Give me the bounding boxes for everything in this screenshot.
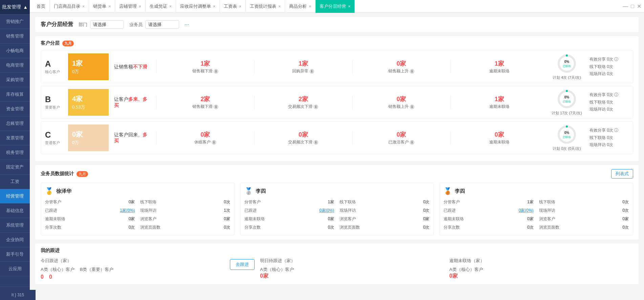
sidebar-item-发票管理[interactable]: 发票管理 [0, 131, 30, 145]
sidebar-item-小畅电商[interactable]: 小畅电商 [0, 44, 30, 58]
window-minimize-icon[interactable]: — [623, 3, 628, 9]
info-icon[interactable]: ℹ [410, 69, 414, 74]
dept-select[interactable]: 请选择 [90, 20, 124, 29]
tab-客户分层经营[interactable]: 客户分层经营× [316, 0, 355, 13]
sidebar-item-云应用[interactable]: 云应用 [0, 262, 30, 276]
sidebar-item-资金管理[interactable]: 资金管理 [0, 102, 30, 116]
tab-首页[interactable]: 首页 [33, 0, 50, 13]
staff-medal: 🥉 [444, 187, 452, 195]
overdue-a-value: 0家 [449, 273, 633, 280]
info-icon[interactable]: ℹ [212, 140, 216, 145]
tab-门店商品目录[interactable]: 门店商品目录× [50, 0, 89, 13]
tier-slogan: 让客户多来、多买 [109, 96, 156, 109]
tab-close-icon[interactable]: × [108, 4, 111, 9]
staff-stat-value[interactable]: 1家(0%) [120, 208, 135, 213]
tab-工资表[interactable]: 工资表× [220, 0, 246, 13]
sidebar-expand-icon[interactable]: ▲ [23, 4, 28, 10]
staff-stat-value: 0次 [423, 199, 430, 205]
bottom-status: It } 315 [0, 290, 36, 300]
sidebar-logo-text: 批发管理 [2, 4, 21, 10]
sidebar-item-工资[interactable]: 工资 [0, 175, 30, 189]
sidebar-item-系统管理[interactable]: 系统管理 [0, 218, 30, 233]
sidebar-item-库存核算[interactable]: 库存核算 [0, 87, 30, 102]
staff-stat-value: 0家 [129, 216, 135, 222]
slogan-highlight: 不下滑 [133, 64, 147, 69]
sidebar-item-税务管理[interactable]: 税务管理 [0, 145, 30, 160]
tier-stat-3[interactable]: 1家 逾期未联络 [451, 57, 549, 77]
sidebar-item-基础信息[interactable]: 基础信息 [0, 204, 30, 218]
sidebar-item-营销推广[interactable]: 营销推广 [0, 15, 30, 29]
right-stat-item: 现场拜访 0次 [589, 141, 629, 149]
staff-stat-row: 浏览客户 0家 [539, 215, 629, 223]
sidebar-item-固定资产[interactable]: 固定资产 [0, 160, 30, 175]
tab-应收应付调整单[interactable]: 应收应付调整单× [176, 0, 220, 13]
today-tier-b-label: B类（重要）客户 [80, 267, 114, 273]
sidebar-logo[interactable]: 批发管理 ▲ [0, 0, 30, 15]
filter-more-icon[interactable]: ··· [185, 22, 189, 28]
tier-stat-0[interactable]: 2家 销售额下滑 ℹ [156, 92, 254, 112]
tier-stat-num: 0家 [456, 131, 543, 139]
staff-stat-label: 逾期未联络 [444, 216, 464, 222]
info-icon[interactable]: ℹ [214, 69, 218, 74]
tab-close-icon[interactable]: × [239, 4, 241, 9]
staff-stat-row: 分管客户 0家 [45, 199, 135, 206]
staff-stat-row: 浏览客户 0家 [340, 215, 429, 223]
tomorrow-a-label: A类（核心）客户 [260, 267, 444, 273]
staff-stat-value[interactable]: 0家(0%) [319, 208, 334, 213]
tier-stat-1[interactable]: 2家 交易频次下滑 ℹ [255, 92, 352, 112]
tab-销货单[interactable]: 销货单× [89, 0, 115, 13]
tier-stat-0[interactable]: 1家 销售额下滑 ℹ [156, 57, 254, 77]
tier-stat-1[interactable]: 0家 交易频次下滑 ℹ [255, 128, 352, 148]
sidebar-item-电商管理[interactable]: 电商管理 [0, 58, 30, 73]
sidebar-item-新手引导[interactable]: 新手引导 [0, 247, 30, 262]
list-view-button[interactable]: 列表式 [611, 169, 633, 179]
right-stat-item: 线下联络 0次 [589, 63, 629, 71]
sidebar-item-经营管理[interactable]: 经营管理 [0, 189, 30, 204]
sidebar-item-总账管理[interactable]: 总账管理 [0, 116, 30, 131]
tab-商品分析[interactable]: 商品分析× [285, 0, 316, 13]
window-restore-icon[interactable]: □ [631, 3, 634, 9]
tab-close-icon[interactable]: × [82, 4, 85, 9]
right-stat-item: 现场拜访 0次 [589, 70, 629, 78]
tier-stat-2[interactable]: 0家 已激活客户 ℹ [352, 128, 450, 148]
staff-stat-value: 0家 [527, 216, 534, 222]
tier-stat-label: 休眠客户 ℹ [162, 139, 249, 145]
staff-card-1: 🥈 李四 分管客户 1家 线下联络 0次 已跟进 0家(0%) 现场拜访 0次 … [240, 183, 434, 235]
goto-followup-button[interactable]: 去跟进 [230, 259, 255, 270]
overdue-tier-label: A类（核心）客户 0家 [449, 267, 633, 280]
tab-店铺管理[interactable]: 店铺管理× [115, 0, 146, 13]
tier-stat-num: 0家 [358, 131, 445, 139]
info-icon[interactable]: ℹ [410, 140, 414, 145]
staff-stat-value[interactable]: 0家(0%) [519, 208, 534, 213]
staff-stats-grid: 分管客户 0家 线下联络 0次 已跟进 1家(0%) 现场拜访 1次 逾期未联络… [45, 199, 230, 231]
tab-close-icon[interactable]: × [213, 4, 215, 9]
overdue-title: 逾期未联络（家） [449, 258, 633, 264]
info-icon[interactable]: ℹ [314, 140, 318, 145]
tab-工资统计报表[interactable]: 工资统计报表× [246, 0, 285, 13]
tab-close-icon[interactable]: × [309, 4, 311, 9]
info-icon[interactable]: ℹ [214, 105, 218, 109]
info-icon[interactable]: ℹ [309, 69, 314, 74]
tier-stat-2[interactable]: 0家 销售额上升 ℹ [352, 92, 450, 112]
staff-select[interactable]: 请选择 [145, 20, 179, 29]
tier-stat-0[interactable]: 0家 休眠客户 ℹ [156, 128, 254, 148]
tab-close-icon[interactable]: × [139, 4, 141, 9]
tier-stat-1[interactable]: 1家 回购异常 ℹ [255, 57, 352, 77]
window-close-icon[interactable]: ✕ [637, 3, 641, 9]
tab-close-icon[interactable]: × [278, 4, 281, 9]
info-icon[interactable]: ℹ [410, 105, 414, 109]
tab-生成凭证[interactable]: 生成凭证× [146, 0, 176, 13]
tab-close-icon[interactable]: × [169, 4, 172, 9]
tier-stat-2[interactable]: 0家 销售额上升 ℹ [352, 57, 450, 77]
overdue-a-label: A类（核心）客户 [449, 267, 633, 273]
tab-close-icon[interactable]: × [348, 4, 350, 9]
staff-stat-value: 0次 [129, 225, 135, 230]
followup-today-title: 今日跟进（家） [41, 258, 224, 264]
tier-stat-3[interactable]: 1家 逾期未联络 [451, 92, 549, 112]
staff-stat-row: 逾期未联络 0家 [444, 215, 533, 223]
info-icon[interactable]: ℹ [314, 105, 318, 109]
sidebar-item-销售管理[interactable]: 销售管理 [0, 29, 30, 44]
sidebar-item-企业协同[interactable]: 企业协同 [0, 233, 30, 247]
tier-stat-3[interactable]: 0家 逾期未联络 [451, 128, 549, 148]
sidebar-item-采购管理[interactable]: 采购管理 [0, 73, 30, 87]
